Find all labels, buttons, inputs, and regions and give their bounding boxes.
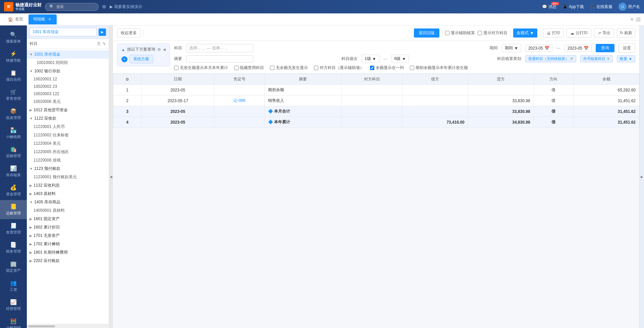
tree-item-11220005[interactable]: 11220005 所在地区 bbox=[27, 148, 109, 156]
tree-item-1601[interactable]: ▶ 1601 固定资产 bbox=[27, 215, 109, 223]
tree-item-10020003[interactable]: 10020003 122 bbox=[27, 90, 109, 97]
tree-item-1012[interactable]: ▶ 1012 其他货币资金 bbox=[27, 106, 109, 114]
tree-item-1403[interactable]: ▶ 1403 原材料 bbox=[27, 190, 109, 198]
user-profile-btn[interactable]: U 用户名 bbox=[619, 3, 640, 11]
cb-hide-used-input[interactable] bbox=[234, 66, 238, 70]
settings-icon[interactable]: ⚙ bbox=[102, 4, 106, 9]
tree-item-11220006[interactable]: 11220006 游戏 bbox=[27, 156, 109, 165]
summary-input[interactable] bbox=[186, 55, 253, 63]
tab-maximize-icon[interactable]: ⬜ bbox=[636, 17, 641, 22]
period-type-select[interactable]: 期间 ▼ bbox=[502, 44, 521, 52]
settings-btn[interactable]: 设置 bbox=[619, 44, 635, 53]
sidebar-item-tax[interactable]: 📑 税务管理 bbox=[0, 238, 27, 257]
tree-item-10010001[interactable]: 10010001 同同同 bbox=[27, 59, 109, 67]
cb-no-amount-input[interactable] bbox=[174, 66, 178, 70]
scheme-add-btn[interactable]: + bbox=[121, 56, 127, 62]
account-code-display[interactable]: 1001 库存现金 bbox=[30, 28, 97, 36]
subject-select[interactable]: 选择... ... — 选择... ... bbox=[186, 44, 253, 52]
expand-more-btn[interactable]: 收起更多 bbox=[117, 28, 141, 38]
tree-item-1132[interactable]: ▶ 1132 应收利息 bbox=[27, 181, 109, 190]
tree-item-1801[interactable]: ▶ 1801 长期待摊费用 bbox=[27, 248, 109, 257]
scheme-collapse-icon[interactable]: ◀ bbox=[163, 48, 166, 51]
top-search-box[interactable]: 🔍 搜索 bbox=[45, 3, 99, 11]
tree-item-1123[interactable]: ▼ 1123 预付账款 bbox=[27, 165, 109, 173]
account-scrollbar-h[interactable] bbox=[27, 324, 109, 328]
sidebar-item-shop[interactable]: 🏪 小畅电商 bbox=[0, 124, 27, 143]
category-tag-1-close[interactable]: ✕ bbox=[607, 57, 610, 61]
cb-no-amount[interactable]: 无发生额显示本月本年累计 bbox=[174, 65, 228, 71]
query-btn[interactable]: 查询 bbox=[596, 44, 614, 52]
tree-item-10020001[interactable]: 10020001 12 bbox=[27, 75, 109, 83]
tree-item-1001[interactable]: ▼ 1001 库存现金 bbox=[27, 50, 109, 59]
back-old-version-btn[interactable]: 退回旧版 bbox=[414, 28, 439, 38]
sidebar-item-retail[interactable]: 🛒 零售管理 bbox=[0, 85, 27, 105]
cb-show-begin[interactable]: 期初余额显示本年累计发生额 bbox=[410, 65, 468, 71]
demo-link[interactable]: ▶ 我要看实例演示 bbox=[110, 4, 142, 10]
account-nav-btn[interactable]: ▶ bbox=[99, 28, 106, 36]
app-download-btn[interactable]: 📱 App下载 bbox=[562, 4, 584, 10]
export-btn[interactable]: ↗ 导出 bbox=[594, 28, 614, 38]
level-end-select[interactable]: 6级 ▼ bbox=[391, 55, 409, 63]
tree-item-10020002[interactable]: 10020002 23 bbox=[27, 83, 109, 90]
sidebar-item-invoice[interactable]: 🧾 发票管理 bbox=[0, 219, 27, 238]
online-service-btn[interactable]: 🎧 在线客服 bbox=[590, 4, 612, 10]
period-end-picker[interactable]: 2023-05 📅 bbox=[565, 45, 592, 52]
tree-item-1702[interactable]: ▶ 1702 累计摊销 bbox=[27, 240, 109, 248]
tab-close-btn[interactable]: ✕ bbox=[47, 17, 52, 22]
cb-show-opposite[interactable]: 对方科目（显示辅助项） bbox=[314, 65, 364, 71]
sidebar-item-ledger[interactable]: 📒 总账管理 bbox=[0, 200, 27, 219]
system-scheme-tag[interactable]: 系统方案 bbox=[129, 55, 153, 63]
print-btn[interactable]: 🖨 打印 bbox=[543, 28, 564, 38]
show-opposite-checkbox[interactable]: 显示对方科目 bbox=[478, 30, 507, 36]
sidebar-item-assets[interactable]: 🏢 固定资产 bbox=[0, 257, 27, 276]
tree-item-11220004[interactable]: 11220004 美元 bbox=[27, 139, 109, 148]
edit-icon[interactable]: ✎ bbox=[103, 42, 106, 46]
mode-btn[interactable]: 金额式 ▼ bbox=[513, 28, 537, 38]
tree-item-11220002[interactable]: 11220002 往来标签 bbox=[27, 131, 109, 139]
sidebar-item-hr[interactable]: 👥 工资 bbox=[0, 276, 27, 296]
category-tag-0-close[interactable]: ✕ bbox=[570, 57, 573, 61]
sidebar-item-wholesale[interactable]: 📦 批发管理 bbox=[0, 105, 27, 124]
tab-detail[interactable]: 明细账 ✕ bbox=[29, 14, 57, 24]
tree-item-2202[interactable]: ▶ 2202 应付账款 bbox=[27, 257, 109, 265]
sidebar-item-finance[interactable]: 💰 资金管理 bbox=[0, 181, 27, 200]
cb-show-balance-col-input[interactable] bbox=[370, 66, 374, 70]
sidebar-item-quicknav[interactable]: ⚡ 快捷导航 bbox=[0, 47, 27, 66]
show-assist-checkbox[interactable]: 显示辅助核算 bbox=[445, 30, 475, 36]
tree-item-1002[interactable]: ▼ 1002 银行存款 bbox=[27, 67, 109, 75]
voucher-link-2[interactable]: 记-006 bbox=[233, 98, 246, 103]
cb-show-opposite-input[interactable] bbox=[314, 66, 318, 70]
cb-show-balance-col[interactable]: 余额显示在一列 bbox=[370, 65, 404, 71]
tree-item-1602[interactable]: ▶ 1602 累计折旧 bbox=[27, 223, 109, 232]
cb-no-balance[interactable]: 无余额无发生显示 bbox=[270, 65, 308, 71]
show-assist-input[interactable] bbox=[445, 31, 449, 35]
right-panel-toggle[interactable]: ▶ bbox=[639, 25, 644, 328]
sidebar-item-operations[interactable]: 📈 经营管理 bbox=[0, 296, 27, 315]
sidebar-item-search[interactable]: 🔍 搜索菜单 bbox=[0, 28, 27, 47]
tree-item-1122[interactable]: ▼ 1122 应收款 bbox=[27, 114, 109, 123]
cb-no-balance-input[interactable] bbox=[270, 66, 274, 70]
collapse-toggle[interactable]: ◀ bbox=[109, 25, 113, 328]
level-start-select[interactable]: 1级 ▼ bbox=[362, 55, 379, 63]
tree-item-11220001[interactable]: 11220001 人民币 bbox=[27, 123, 109, 131]
sidebar-item-xiao[interactable]: 🧮 小畅报销 bbox=[0, 315, 27, 328]
period-start-picker[interactable]: 2023-05 📅 bbox=[525, 45, 552, 52]
th-gear[interactable]: ⚙ bbox=[113, 74, 142, 85]
cb-show-begin-input[interactable] bbox=[410, 66, 414, 70]
list-icon[interactable]: ☰ bbox=[97, 42, 101, 46]
sidebar-item-project[interactable]: 📋 项目合同 bbox=[0, 66, 27, 85]
message-btn[interactable]: 💬 消息 99+ bbox=[542, 4, 556, 10]
sidebar-item-inventory[interactable]: 📊 库存核算 bbox=[0, 162, 27, 181]
sidebar-item-purchase[interactable]: 🛍️ 采购管理 bbox=[0, 143, 27, 162]
cloud-print-btn[interactable]: ☁ 云打印 bbox=[567, 28, 591, 38]
tree-item-1405[interactable]: ▼ 1405 库存商品 bbox=[27, 198, 109, 206]
tree-item-1701[interactable]: ▶ 1701 无形资产 bbox=[27, 232, 109, 240]
refresh-btn[interactable]: ↻ 刷新 bbox=[617, 28, 635, 38]
tab-close-icon[interactable]: ✕ bbox=[630, 17, 634, 22]
tree-item-10020006[interactable]: 10020006 美元 bbox=[27, 97, 109, 106]
cb-hide-used[interactable]: 隐藏禁用科目 bbox=[234, 65, 264, 71]
show-opposite-input[interactable] bbox=[478, 31, 482, 35]
tree-item-11230001[interactable]: 11230001 预付账款美元 bbox=[27, 173, 109, 181]
tab-home[interactable]: 🏠 首页 bbox=[3, 14, 28, 24]
scheme-settings-icon[interactable]: ⚙ bbox=[157, 47, 161, 52]
